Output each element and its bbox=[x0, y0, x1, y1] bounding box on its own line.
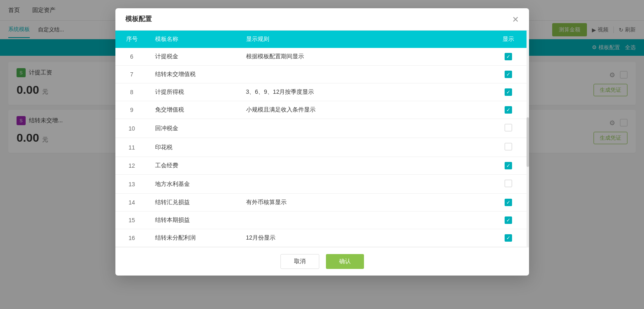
table-row: 15结转本期损益 bbox=[115, 212, 529, 229]
cell-rule bbox=[239, 157, 488, 175]
cell-seq: 14 bbox=[115, 194, 148, 212]
cell-checkbox[interactable] bbox=[488, 175, 529, 194]
scrollbar-track[interactable] bbox=[527, 31, 529, 247]
checkbox-8[interactable] bbox=[505, 88, 512, 96]
checkbox-16[interactable] bbox=[505, 234, 512, 242]
table-row: 6计提税金根据模板配置期间显示 bbox=[115, 48, 529, 66]
cell-rule: 3、6、9、12月按季度显示 bbox=[239, 83, 488, 101]
cell-rule bbox=[239, 66, 488, 83]
cell-name: 结转本期损益 bbox=[148, 212, 239, 229]
table-row: 11印花税 bbox=[115, 138, 529, 157]
cell-name: 计提税金 bbox=[148, 48, 239, 66]
checkbox-10[interactable] bbox=[505, 124, 512, 131]
col-name: 模板名称 bbox=[148, 31, 239, 48]
cell-rule bbox=[239, 212, 488, 229]
cell-checkbox[interactable] bbox=[488, 212, 529, 229]
table-row: 12工会经费 bbox=[115, 157, 529, 175]
modal-overlay: 模板配置 ✕ 序号 模板名称 显示规则 显示 6计提税金根据模板配置期间显示7结… bbox=[0, 0, 644, 309]
cell-checkbox[interactable] bbox=[488, 119, 529, 138]
cell-name: 结转汇兑损益 bbox=[148, 194, 239, 212]
checkbox-13[interactable] bbox=[505, 180, 512, 187]
cell-name: 印花税 bbox=[148, 138, 239, 157]
table-row: 8计提所得税3、6、9、12月按季度显示 bbox=[115, 83, 529, 101]
cell-name: 工会经费 bbox=[148, 157, 239, 175]
cell-checkbox[interactable] bbox=[488, 83, 529, 101]
table-header-row: 序号 模板名称 显示规则 显示 bbox=[115, 31, 529, 48]
modal-body: 序号 模板名称 显示规则 显示 6计提税金根据模板配置期间显示7结转未交增值税8… bbox=[115, 31, 529, 247]
cell-rule bbox=[239, 119, 488, 138]
modal-header: 模板配置 ✕ bbox=[115, 8, 529, 31]
cell-seq: 7 bbox=[115, 66, 148, 83]
checkbox-14[interactable] bbox=[505, 199, 512, 206]
cell-seq: 8 bbox=[115, 83, 148, 101]
cell-seq: 15 bbox=[115, 212, 148, 229]
table-row: 16结转未分配利润12月份显示 bbox=[115, 229, 529, 247]
table-row: 10回冲税金 bbox=[115, 119, 529, 138]
modal-title: 模板配置 bbox=[125, 15, 152, 24]
checkbox-11[interactable] bbox=[505, 143, 512, 150]
table-body: 6计提税金根据模板配置期间显示7结转未交增值税8计提所得税3、6、9、12月按季… bbox=[115, 48, 529, 247]
cancel-button[interactable]: 取消 bbox=[280, 254, 319, 269]
table-row: 7结转未交增值税 bbox=[115, 66, 529, 83]
cell-seq: 10 bbox=[115, 119, 148, 138]
cell-rule bbox=[239, 138, 488, 157]
cell-checkbox[interactable] bbox=[488, 194, 529, 212]
table-row: 9免交增值税小规模且满足收入条件显示 bbox=[115, 101, 529, 119]
cell-rule: 小规模且满足收入条件显示 bbox=[239, 101, 488, 119]
template-table: 序号 模板名称 显示规则 显示 6计提税金根据模板配置期间显示7结转未交增值税8… bbox=[115, 31, 529, 247]
confirm-button[interactable]: 确认 bbox=[326, 254, 364, 269]
cell-checkbox[interactable] bbox=[488, 157, 529, 175]
cell-rule: 根据模板配置期间显示 bbox=[239, 48, 488, 66]
cell-checkbox[interactable] bbox=[488, 48, 529, 66]
checkbox-7[interactable] bbox=[505, 71, 512, 78]
cell-name: 地方水利基金 bbox=[148, 175, 239, 194]
cell-checkbox[interactable] bbox=[488, 229, 529, 247]
cell-checkbox[interactable] bbox=[488, 138, 529, 157]
cell-name: 结转未分配利润 bbox=[148, 229, 239, 247]
checkbox-6[interactable] bbox=[505, 53, 512, 60]
cell-rule: 12月份显示 bbox=[239, 229, 488, 247]
checkbox-12[interactable] bbox=[505, 162, 512, 169]
col-rule: 显示规则 bbox=[239, 31, 488, 48]
cell-name: 免交增值税 bbox=[148, 101, 239, 119]
cell-checkbox[interactable] bbox=[488, 66, 529, 83]
cell-seq: 11 bbox=[115, 138, 148, 157]
table-row: 14结转汇兑损益有外币核算显示 bbox=[115, 194, 529, 212]
modal-close-button[interactable]: ✕ bbox=[512, 15, 519, 24]
scrollbar-thumb[interactable] bbox=[527, 117, 529, 167]
template-config-modal: 模板配置 ✕ 序号 模板名称 显示规则 显示 6计提税金根据模板配置期间显示7结… bbox=[115, 8, 529, 276]
cell-rule: 有外币核算显示 bbox=[239, 194, 488, 212]
checkbox-15[interactable] bbox=[505, 216, 512, 224]
cell-rule bbox=[239, 175, 488, 194]
col-display: 显示 bbox=[488, 31, 529, 48]
cell-name: 计提所得税 bbox=[148, 83, 239, 101]
cell-seq: 13 bbox=[115, 175, 148, 194]
modal-footer: 取消 确认 bbox=[115, 247, 529, 276]
cell-checkbox[interactable] bbox=[488, 101, 529, 119]
cell-seq: 16 bbox=[115, 229, 148, 247]
cell-name: 回冲税金 bbox=[148, 119, 239, 138]
checkbox-9[interactable] bbox=[505, 106, 512, 114]
cell-seq: 9 bbox=[115, 101, 148, 119]
cell-seq: 6 bbox=[115, 48, 148, 66]
cell-name: 结转未交增值税 bbox=[148, 66, 239, 83]
col-seq: 序号 bbox=[115, 31, 148, 48]
table-row: 13地方水利基金 bbox=[115, 175, 529, 194]
cell-seq: 12 bbox=[115, 157, 148, 175]
